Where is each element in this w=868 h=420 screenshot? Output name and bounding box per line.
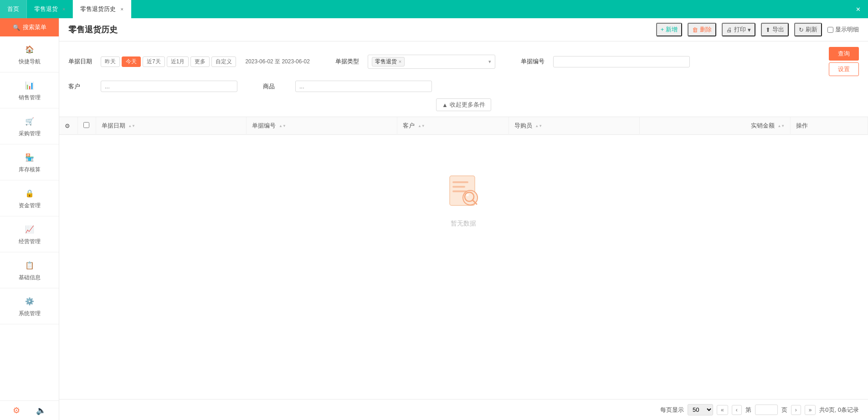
print-button[interactable]: 🖨 打印 ▾ xyxy=(722,23,755,36)
settings-gear-icon[interactable]: ⚙ xyxy=(13,405,20,415)
empty-state: 暂无数据 xyxy=(59,135,868,264)
collapse-icon: ▲ xyxy=(442,102,448,108)
tab-return-history-label: 零售退货历史 xyxy=(80,5,116,13)
doc-type-select[interactable]: 零售退货 × ▾ xyxy=(368,55,495,69)
date-filter-label: 单据日期 xyxy=(68,57,93,66)
sort-amount-icon: ▲▼ xyxy=(777,124,785,128)
tab-home-label: 首页 xyxy=(7,5,19,13)
sidebar-item-sales-label: 销售管理 xyxy=(19,94,41,102)
delete-button[interactable]: 🗑 删除 xyxy=(688,23,716,36)
th-settings[interactable]: ⚙ xyxy=(59,117,77,135)
system-icon: ⚙️ xyxy=(23,295,36,307)
doc-type-filter-label: 单据类型 xyxy=(335,57,360,66)
sidebar-item-system[interactable]: ⚙️ 系统管理 xyxy=(0,288,59,324)
column-settings-icon[interactable]: ⚙ xyxy=(65,123,70,129)
th-date[interactable]: 单据日期 ▲▼ xyxy=(96,117,247,135)
sidebar-item-sales[interactable]: 📊 销售管理 xyxy=(0,72,59,108)
date-btn-7days[interactable]: 近7天 xyxy=(143,56,165,67)
basic-icon: 📋 xyxy=(23,259,36,271)
svg-point-7 xyxy=(466,194,469,196)
th-customer-label: 客户 xyxy=(403,122,415,129)
operation-icon: 📈 xyxy=(23,223,36,236)
top-bar: 首页 零售退货 × 零售退货历史 × ✕ xyxy=(0,0,868,18)
th-action-label: 操作 xyxy=(796,122,808,129)
display-detail-toggle[interactable]: 显示明细 xyxy=(827,26,859,34)
th-guide[interactable]: 导购员 ▲▼ xyxy=(508,117,640,135)
prev-page-button[interactable]: ‹ xyxy=(732,405,742,415)
refresh-button[interactable]: ↻ 刷新 xyxy=(794,23,822,36)
home-icon: 🏠 xyxy=(23,43,36,56)
doc-type-value: 零售退货 xyxy=(375,58,397,66)
page-size-select[interactable]: 10 20 50 100 xyxy=(688,404,713,415)
pagination-bar: 每页显示 10 20 50 100 « ‹ 第 1 页 › » 共0页, 0条记… xyxy=(59,399,868,420)
main-layout: 🔍 搜索菜单 🏠 快捷导航 📊 销售管理 🛒 采购管理 🏪 库存核算 🔒 资金管… xyxy=(0,18,868,420)
th-date-label: 单据日期 xyxy=(102,122,125,129)
page-title: 零售退货历史 xyxy=(68,24,118,35)
collapse-button[interactable]: ▲ 收起更多条件 xyxy=(436,98,491,111)
date-btn-more[interactable]: 更多 xyxy=(190,56,210,67)
sidebar-item-purchase-label: 采购管理 xyxy=(19,130,41,138)
date-range-display: 2023-06-02 至 2023-06-02 xyxy=(245,58,309,66)
export-button[interactable]: ⬆ 导出 xyxy=(761,23,789,36)
settings-button[interactable]: 设置 xyxy=(829,62,859,76)
sidebar-item-inventory[interactable]: 🏪 库存核算 xyxy=(0,144,59,180)
page-number-input[interactable]: 1 xyxy=(755,405,778,415)
print-chevron-icon: ▾ xyxy=(748,26,751,33)
sort-customer-icon: ▲▼ xyxy=(418,124,425,128)
empty-text: 暂无数据 xyxy=(451,220,476,228)
delete-icon: 🗑 xyxy=(692,26,698,33)
tab-return-close[interactable]: × xyxy=(62,6,65,12)
first-page-button[interactable]: « xyxy=(717,405,728,415)
table-body: 暂无数据 xyxy=(59,135,868,265)
sidebar-item-operation[interactable]: 📈 经营管理 xyxy=(0,216,59,252)
sidebar-search[interactable]: 🔍 搜索菜单 xyxy=(0,18,59,36)
tab-return[interactable]: 零售退货 × xyxy=(27,0,73,18)
sidebar-item-quick-nav-label: 快捷导航 xyxy=(19,58,41,66)
new-button[interactable]: + 新增 xyxy=(656,23,682,36)
select-all-checkbox[interactable] xyxy=(83,122,89,128)
th-customer[interactable]: 客户 ▲▼ xyxy=(397,117,508,135)
date-btn-1month[interactable]: 近1月 xyxy=(167,56,189,67)
next-page-button[interactable]: › xyxy=(791,405,801,415)
tab-return-history-close[interactable]: × xyxy=(120,6,123,12)
sidebar-item-basic[interactable]: 📋 基础信息 xyxy=(0,252,59,288)
svg-rect-3 xyxy=(452,190,467,192)
th-number[interactable]: 单据编号 ▲▼ xyxy=(247,117,397,135)
th-action: 操作 xyxy=(791,117,868,135)
date-btn-today[interactable]: 今天 xyxy=(122,56,141,67)
sidebar-item-purchase[interactable]: 🛒 采购管理 xyxy=(0,108,59,144)
th-amount[interactable]: 实销金额 ▲▼ xyxy=(640,117,791,135)
last-page-button[interactable]: » xyxy=(805,405,816,415)
doc-type-remove[interactable]: × xyxy=(399,59,401,64)
table-header: ⚙ 单据日期 ▲▼ 单据编号 ▲▼ xyxy=(59,117,868,135)
page-unit: 页 xyxy=(781,406,787,414)
sidebar-search-label: 搜索菜单 xyxy=(23,23,46,31)
doc-type-tag: 零售退货 × xyxy=(372,57,405,67)
filter-area: 单据日期 昨天 今天 近7天 近1月 更多 自定义 2023-06-02 至 2… xyxy=(59,41,868,117)
query-button[interactable]: 查询 xyxy=(829,47,859,61)
header-actions: + 新增 🗑 删除 🖨 打印 ▾ ⬆ 导出 ↻ 刷新 xyxy=(656,23,859,36)
tab-return-history[interactable]: 零售退货历史 × xyxy=(73,0,131,18)
tab-list: 首页 零售退货 × 零售退货历史 × xyxy=(0,0,848,18)
content-area: 零售退货历史 + 新增 🗑 删除 🖨 打印 ▾ ⬆ 导出 ↻ xyxy=(59,18,868,420)
goods-input[interactable] xyxy=(295,81,432,92)
sidebar-item-quick-nav[interactable]: 🏠 快捷导航 xyxy=(0,36,59,72)
volume-icon[interactable]: 🔈 xyxy=(36,405,46,415)
collapse-row: ▲ 收起更多条件 xyxy=(68,97,859,111)
search-icon: 🔍 xyxy=(13,24,20,31)
tab-return-label: 零售退货 xyxy=(34,5,58,13)
sidebar-item-system-label: 系统管理 xyxy=(19,310,41,318)
date-btn-yesterday[interactable]: 昨天 xyxy=(101,56,120,67)
sidebar-item-finance[interactable]: 🔒 资金管理 xyxy=(0,180,59,216)
svg-rect-2 xyxy=(452,186,465,188)
data-table: ⚙ 单据日期 ▲▼ 单据编号 ▲▼ xyxy=(59,117,868,264)
customer-input[interactable] xyxy=(101,81,237,92)
date-btn-custom[interactable]: 自定义 xyxy=(211,56,236,67)
display-detail-checkbox[interactable] xyxy=(827,27,833,33)
th-number-label: 单据编号 xyxy=(252,122,276,129)
topbar-close[interactable]: ✕ xyxy=(848,6,868,13)
sidebar-item-inventory-label: 库存核算 xyxy=(19,166,41,174)
th-checkbox[interactable] xyxy=(77,117,96,135)
tab-home[interactable]: 首页 xyxy=(0,0,27,18)
doc-number-input[interactable] xyxy=(553,56,690,67)
